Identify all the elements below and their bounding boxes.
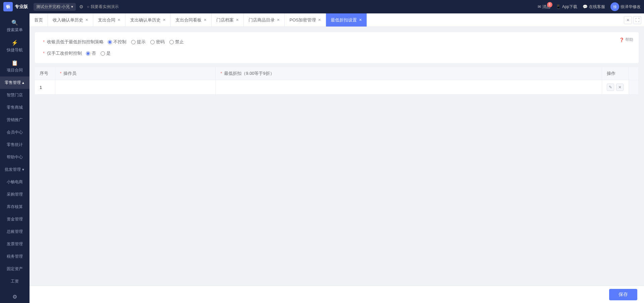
sidebar-item-fund-mgmt[interactable]: 资金管理 — [0, 213, 30, 225]
tab-label: 门店商品目录 — [249, 17, 275, 23]
online-service-label: 在线客服 — [589, 4, 605, 10]
sidebar-item-label: 项目合同 — [7, 67, 23, 73]
radio-no-control[interactable]: 不控制 — [108, 39, 126, 45]
table-header: 序号 * 操作员 * 最低折扣（9.00等于9折） 操作 — [35, 67, 639, 80]
sidebar-item-purchase-mgmt[interactable]: 采购管理 — [0, 188, 30, 201]
page-footer: 保存 — [30, 286, 644, 303]
radio-password[interactable]: 密码 — [150, 39, 165, 45]
form-section: ❓ 帮助 * 收银员低于最低折扣控制策略 不控制 — [35, 32, 639, 63]
message-button[interactable]: ✉ 消息 8 — [538, 4, 550, 10]
radio-forbid-input[interactable] — [169, 40, 174, 44]
tab-payment-board[interactable]: 支出合同看板 ✕ — [171, 13, 212, 27]
user-name: 徐泽华修改 — [621, 4, 641, 10]
sidebar-item-label: 库存核算 — [7, 204, 23, 210]
chevron-down-icon: ▼ — [21, 168, 25, 171]
demo-link[interactable]: 我要看实例演示 — [87, 4, 119, 10]
cell-discount — [216, 80, 602, 95]
sidebar-item-ledger-mgmt[interactable]: 总账管理 — [0, 225, 30, 238]
user-info[interactable]: 徐 徐泽华修改 — [610, 2, 641, 11]
cashier-strategy-row: * 收银员低于最低折扣控制策略 不控制 提示 — [43, 39, 631, 45]
sidebar-item-label: 发票管理 — [7, 241, 23, 247]
radio-hint[interactable]: 提示 — [131, 39, 146, 45]
scrollbar-col — [629, 67, 639, 80]
sidebar-item-retail-mall[interactable]: 零售商城 — [0, 101, 30, 114]
col-header-seq: 序号 — [35, 67, 55, 80]
sidebar-item-ecommerce[interactable]: 小畅电商 — [0, 176, 30, 188]
tab-close-icon[interactable]: ✕ — [318, 18, 321, 22]
radio-no-control-input[interactable] — [108, 40, 112, 44]
tab-pos-password[interactable]: POS加密管理 ✕ — [285, 13, 326, 27]
sidebar-item-label: 会员中心 — [7, 130, 23, 135]
sidebar-item-search[interactable]: 🔍 搜索菜单 — [0, 16, 30, 36]
message-icon: ✉ — [538, 4, 541, 9]
sidebar-item-inventory[interactable]: 库存核算 — [0, 201, 30, 213]
project-selector[interactable]: 测试分开完程-小兄 ▾ — [34, 3, 76, 11]
sidebar-item-marketing[interactable]: 营销推广 — [0, 114, 30, 126]
cell-operator — [55, 80, 216, 95]
tab-store-product[interactable]: 门店商品目录 ✕ — [244, 13, 285, 27]
sidebar-item-batch-mgmt[interactable]: 批发管理 ▼ — [0, 163, 30, 176]
sidebar-item-salary[interactable]: 工资 — [0, 275, 30, 288]
radio-no[interactable]: 否 — [86, 50, 96, 56]
sidebar-gear-icon[interactable]: ⚙ — [10, 291, 20, 303]
sidebar-item-invoice-mgmt[interactable]: 发票管理 — [0, 238, 30, 250]
logo-icon: 畅 — [3, 2, 13, 11]
save-button[interactable]: 保存 — [609, 289, 637, 300]
help-link[interactable]: ❓ 帮助 — [619, 37, 633, 43]
tab-payment-contract[interactable]: 支出合同 ✕ — [93, 13, 125, 27]
cell-action: ✎ ✕ — [602, 80, 629, 95]
action-icons: ✎ ✕ — [607, 84, 624, 91]
sidebar-item-project-contract[interactable]: 📋 项目合同 — [0, 56, 30, 77]
required-star: * — [60, 71, 62, 76]
expand-tabs-button[interactable]: ⛶ — [633, 16, 641, 24]
tab-close-icon[interactable]: ✕ — [163, 18, 166, 22]
sidebar-item-retail-mgmt[interactable]: 零售管理 ▲ — [0, 77, 30, 89]
radio-yes[interactable]: 是 — [101, 50, 111, 56]
table-row: 1 ✎ ✕ — [35, 80, 639, 95]
sidebar-item-member-center[interactable]: 会员中心 — [0, 126, 30, 139]
sidebar-item-help-center[interactable]: 帮助中心 — [0, 151, 30, 163]
sidebar-item-label: 资金管理 — [7, 216, 23, 222]
app-download-icon: 📱 — [556, 4, 561, 9]
tab-min-discount[interactable]: 最低折扣设置 ✕ — [326, 13, 367, 27]
radio-yes-input[interactable] — [101, 51, 105, 56]
sidebar-item-quick-nav[interactable]: ⚡ 快捷导航 — [0, 36, 30, 56]
sidebar-item-fixed-assets[interactable]: 固定资产 — [0, 263, 30, 275]
sidebar-item-smart-store[interactable]: 智慧门店 — [0, 89, 30, 101]
content-area: 首页 收入确认单历史 ✕ 支出合同 ✕ 支出确认单历史 ✕ 支出合同看板 ✕ 门… — [30, 13, 644, 303]
tab-close-icon[interactable]: ✕ — [117, 18, 120, 22]
radio-hint-input[interactable] — [131, 40, 136, 44]
sidebar-item-label: 帮助中心 — [7, 154, 23, 160]
tab-home[interactable]: 首页 — [30, 13, 48, 27]
delete-row-button[interactable]: ✕ — [616, 84, 624, 91]
tab-close-icon[interactable]: ✕ — [359, 18, 362, 22]
tab-close-icon[interactable]: ✕ — [277, 18, 280, 22]
app-download-label: App下载 — [562, 4, 577, 10]
topbar-right: ✉ 消息 8 📱 App下载 💬 在线客服 徐 徐泽华修改 — [538, 2, 641, 11]
edit-row-button[interactable]: ✎ — [607, 84, 614, 91]
tab-close-icon[interactable]: ✕ — [85, 18, 88, 22]
topbar-settings-icon[interactable]: ⚙ — [79, 4, 84, 9]
sidebar-item-label: 零售商城 — [7, 105, 23, 110]
tab-payment-confirm[interactable]: 支出确认单历史 ✕ — [125, 13, 171, 27]
online-service-button[interactable]: 💬 在线客服 — [583, 4, 605, 10]
tab-close-icon[interactable]: ✕ — [236, 18, 239, 22]
col-header-operator: * 操作员 — [55, 67, 216, 80]
sidebar-item-label: 零售管理 — [5, 80, 21, 86]
radio-no-input[interactable] — [86, 51, 90, 56]
sidebar-item-retail-stats[interactable]: 零售统计 — [0, 139, 30, 151]
app-download-button[interactable]: 📱 App下载 — [556, 4, 577, 10]
tab-income-confirm[interactable]: 收入确认单历史 ✕ — [48, 13, 93, 27]
radio-forbid[interactable]: 禁止 — [169, 39, 184, 45]
tab-label: POS加密管理 — [289, 17, 316, 23]
close-all-tabs-button[interactable]: ✕ — [624, 16, 632, 24]
required-star: * — [220, 71, 222, 76]
tabbar-actions: ✕ ⛶ — [621, 16, 644, 24]
radio-password-input[interactable] — [150, 40, 155, 44]
tab-close-icon[interactable]: ✕ — [204, 18, 207, 22]
sidebar-item-tax-mgmt[interactable]: 税务管理 — [0, 250, 30, 263]
sidebar: 🔍 搜索菜单 ⚡ 快捷导航 📋 项目合同 零售管理 ▲ 智慧门店 零售商城 营销… — [0, 13, 30, 303]
sidebar-item-label: 税务管理 — [7, 254, 23, 259]
tab-store-file[interactable]: 门店档案 ✕ — [212, 13, 244, 27]
page-content: ❓ 帮助 * 收银员低于最低折扣控制策略 不控制 — [30, 27, 644, 286]
